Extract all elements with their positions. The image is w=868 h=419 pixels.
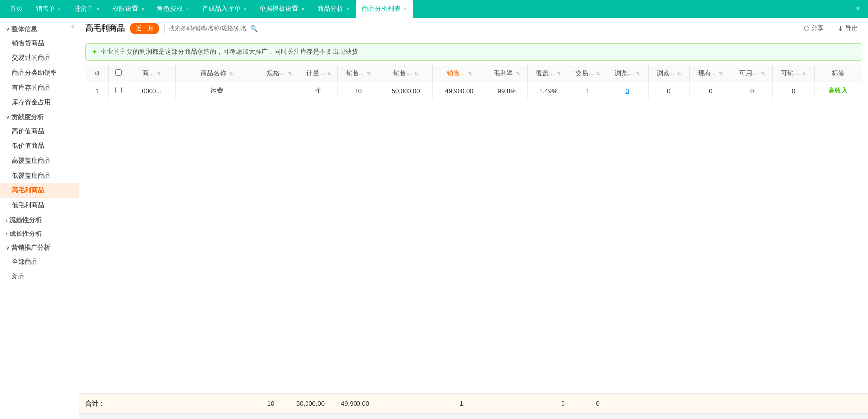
sidebar-item-low-coverage[interactable]: 低覆盖度商品 xyxy=(0,168,79,183)
search-input[interactable] xyxy=(169,25,248,32)
col-header-code[interactable]: 商... ⇅ xyxy=(128,65,175,82)
window-close-button[interactable]: × xyxy=(852,2,864,15)
nav-sales-order[interactable]: 销售单 × xyxy=(30,0,67,18)
cell-coverage: 1.49% xyxy=(527,82,569,99)
search-icon[interactable]: 🔍 xyxy=(250,25,258,32)
sidebar-item-stocked-goods[interactable]: 有库存的商品 xyxy=(0,80,79,95)
sort-icon-stock2: ⇅ xyxy=(761,71,765,76)
col-header-sale1[interactable]: 销售... ⇅ xyxy=(379,65,433,82)
cell-index: 1 xyxy=(85,82,109,99)
footer-qty: 10 xyxy=(254,400,288,407)
col-header-trade[interactable]: 交易... ⇅ xyxy=(569,65,607,82)
sidebar-item-traded-goods[interactable]: 交易过的商品 xyxy=(0,50,79,65)
cell-browse2: 0 xyxy=(648,82,690,99)
cell-browse1[interactable]: 0 xyxy=(607,82,648,99)
nav-close-purchase[interactable]: × xyxy=(96,6,99,12)
cell-gross-rate: 99.8% xyxy=(486,82,527,99)
nav-close-analysis-list[interactable]: × xyxy=(404,6,407,12)
footer-empty4 xyxy=(476,400,511,407)
bottom-scrollbar[interactable] xyxy=(79,413,868,419)
cell-checkbox[interactable] xyxy=(109,82,128,99)
col-header-browse2[interactable]: 浏览... ⇅ xyxy=(648,65,690,82)
cell-spec xyxy=(258,82,300,99)
sidebar-item-new-goods[interactable]: 新品 xyxy=(0,269,79,284)
sidebar-item-low-value[interactable]: 低价值商品 xyxy=(0,139,79,153)
filter-recent-month-button[interactable]: 近一月 xyxy=(130,23,159,34)
cell-unit: 个 xyxy=(300,82,338,99)
cell-code: 0000... xyxy=(128,82,175,99)
col-header-settings[interactable]: ⚙ xyxy=(85,65,109,82)
col-header-qty[interactable]: 销售... ⇅ xyxy=(338,65,379,82)
nav-product-analysis-list[interactable]: 商品分析列表 × xyxy=(356,0,412,18)
nav-close-permissions[interactable]: × xyxy=(141,6,144,12)
header-actions: ⬡ 分享 ⬇ 导出 xyxy=(800,22,862,35)
sidebar-collapse-button[interactable]: « xyxy=(71,22,75,30)
sidebar-item-category-rate[interactable]: 商品分类助销率 xyxy=(0,65,79,80)
sidebar-group-marketing[interactable]: ∨ 营销推广分析 xyxy=(0,240,79,254)
nav-role-auth[interactable]: 角色授权 × xyxy=(151,0,195,18)
sidebar-group-trend[interactable]: › 流趋性分析 xyxy=(0,213,79,227)
col-header-tag[interactable]: 标签 xyxy=(815,65,862,82)
nav-close-role[interactable]: × xyxy=(186,6,189,12)
table-header-row: ⚙ 商... ⇅ 商品名称 ⇅ 规格... xyxy=(85,65,862,82)
footer-sale1: 50,000.00 xyxy=(288,400,333,407)
sidebar-group-overall[interactable]: ∨ 整体信息 xyxy=(0,22,79,36)
col-header-spec[interactable]: 规格... ⇅ xyxy=(258,65,300,82)
sort-icon-browse2: ⇅ xyxy=(677,71,681,76)
footer-empty5 xyxy=(511,400,546,407)
sidebar-group-growth[interactable]: › 成长性分析 xyxy=(0,227,79,240)
cell-tag: 高收入 xyxy=(815,82,862,99)
export-button[interactable]: ⬇ 导出 xyxy=(834,22,862,35)
sort-icon-qty: ⇅ xyxy=(367,71,371,76)
col-header-checkbox[interactable] xyxy=(109,65,128,82)
content-header: 高毛利商品 近一月 🔍 ⬡ 分享 ⬇ 导出 xyxy=(79,18,868,39)
top-nav: 首页 销售单 × 进货单 × 权限设置 × 角色授权 × 产成品入库单 × 单据… xyxy=(0,0,868,18)
sidebar-item-high-value[interactable]: 高价值商品 xyxy=(0,124,79,139)
sort-icon-sale3: ⇅ xyxy=(802,71,806,76)
share-icon: ⬡ xyxy=(804,25,809,32)
footer-empty2 xyxy=(377,400,412,407)
chevron-down-icon3: ∨ xyxy=(6,245,9,251)
row-checkbox[interactable] xyxy=(115,87,122,93)
col-header-browse1[interactable]: 浏览... ⇅ xyxy=(607,65,648,82)
col-header-stock2[interactable]: 可用... ⇅ xyxy=(731,65,773,82)
sidebar-item-inventory-capital[interactable]: 库存资金占用 xyxy=(0,95,79,110)
col-header-sale2[interactable]: 销售... ⇅ xyxy=(433,65,486,82)
col-header-gross-rate[interactable]: 毛利率 ⇅ xyxy=(486,65,527,82)
cell-stock2: 0 xyxy=(731,82,773,99)
sidebar-group-contribution[interactable]: ∨ 贡献度分析 xyxy=(0,110,79,124)
col-header-sale3[interactable]: 可销... ⇅ xyxy=(773,65,815,82)
sort-icon-code: ⇅ xyxy=(157,71,161,76)
footer-empty3 xyxy=(412,400,447,407)
sort-icon-spec: ⇅ xyxy=(288,71,292,76)
sort-icon-gross: ⇅ xyxy=(516,71,520,76)
sidebar-item-all-goods[interactable]: 全部商品 xyxy=(0,254,79,269)
col-header-unit[interactable]: 计量... ⇅ xyxy=(300,65,338,82)
content-area: 高毛利商品 近一月 🔍 ⬡ 分享 ⬇ 导出 ✦ 企业的主要的利润都是这部分商品创… xyxy=(79,18,868,419)
nav-close-analysis[interactable]: × xyxy=(346,6,349,12)
nav-permissions[interactable]: 权限设置 × xyxy=(106,0,150,18)
nav-close-template[interactable]: × xyxy=(301,6,304,12)
select-all-checkbox[interactable] xyxy=(115,69,122,76)
nav-home[interactable]: 首页 xyxy=(4,0,29,18)
nav-purchase-order[interactable]: 进货单 × xyxy=(68,0,105,18)
col-header-coverage[interactable]: 覆盖... ⇅ xyxy=(527,65,569,82)
col-header-name[interactable]: 商品名称 ⇅ xyxy=(175,65,258,82)
chevron-right-icon: › xyxy=(6,218,7,223)
share-button[interactable]: ⬡ 分享 xyxy=(800,22,828,35)
sidebar-item-high-gross[interactable]: 高毛利商品 xyxy=(0,183,79,198)
sort-icon-stock1: ⇅ xyxy=(719,71,723,76)
nav-close-sales[interactable]: × xyxy=(58,6,61,12)
cell-sale2: 49,900.00 xyxy=(433,82,486,99)
sidebar-item-high-coverage[interactable]: 高覆盖度商品 xyxy=(0,153,79,168)
nav-product-inbound[interactable]: 产成品入库单 × xyxy=(196,0,253,18)
nav-close-inbound[interactable]: × xyxy=(244,6,247,12)
sidebar-item-low-gross[interactable]: 低毛利商品 xyxy=(0,198,79,213)
nav-template-settings[interactable]: 单据模板设置 × xyxy=(254,0,310,18)
sidebar-item-sales-goods[interactable]: 销售货商品 xyxy=(0,36,79,50)
sort-icon-browse1: ⇅ xyxy=(636,71,640,76)
sort-icon-name: ⇅ xyxy=(229,71,233,76)
table-wrapper[interactable]: ⚙ 商... ⇅ 商品名称 ⇅ 规格... xyxy=(85,65,862,393)
col-header-stock1[interactable]: 现有... ⇅ xyxy=(690,65,731,82)
nav-product-analysis[interactable]: 商品分析 × xyxy=(311,0,355,18)
